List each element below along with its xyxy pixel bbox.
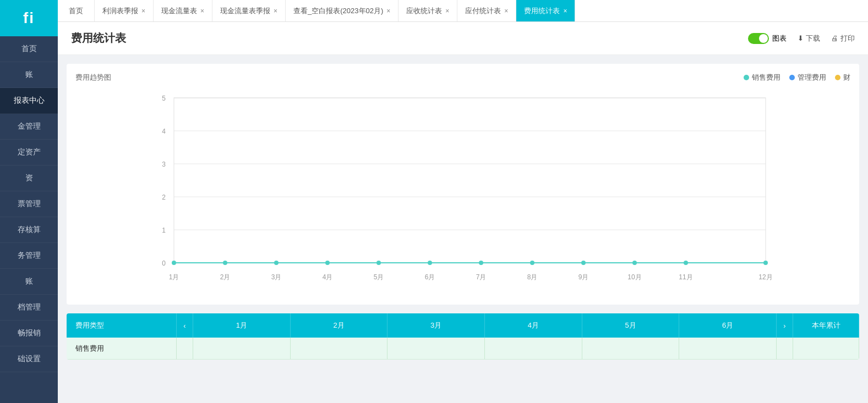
col-nav-prev[interactable]: ‹ <box>177 313 193 338</box>
sidebar-item-return[interactable]: 畅报销 <box>0 321 58 346</box>
print-icon: 🖨 <box>831 34 838 42</box>
svg-point-24 <box>763 261 768 265</box>
chart-title: 费用趋势图 <box>75 73 111 82</box>
chart-legend: 销售费用 管理费用 财 <box>744 73 850 82</box>
col-header-month1: 1月 <box>193 313 291 338</box>
svg-text:5月: 5月 <box>374 273 384 281</box>
col-header-month2: 2月 <box>291 313 388 338</box>
chart-section: 费用趋势图 销售费用 管理费用 财 <box>67 64 859 305</box>
content-area: 费用统计表 图表 ⬇ 下载 🖨 打印 费用趋势图 <box>58 22 868 403</box>
tab-home[interactable]: 首页 <box>58 0 95 21</box>
page-title: 费用统计表 <box>71 31 126 46</box>
legend-admin-label: 管理费用 <box>798 73 826 82</box>
sidebar-item-invoice-mgmt[interactable]: 票管理 <box>0 191 58 217</box>
legend-finance: 财 <box>835 73 850 82</box>
sidebar-item-file-mgmt[interactable]: 档管理 <box>0 295 58 321</box>
tab-expense-stats[interactable]: 费用统计表 × <box>516 0 575 21</box>
col-header-type: 费用类型 <box>67 313 177 338</box>
col-header-total: 本年累计 <box>793 313 859 338</box>
tab-payable[interactable]: 应付统计表 × <box>457 0 516 21</box>
svg-text:4月: 4月 <box>323 273 333 281</box>
sidebar-logo: fi <box>0 0 58 36</box>
row-sales-month3 <box>387 338 485 359</box>
legend-sales-dot <box>744 75 749 80</box>
svg-text:2月: 2月 <box>220 273 231 281</box>
svg-point-19 <box>479 261 483 265</box>
legend-sales: 销售费用 <box>744 73 780 82</box>
sidebar-item-home[interactable]: 首页 <box>0 36 58 62</box>
svg-text:6月: 6月 <box>425 273 435 281</box>
svg-text:5: 5 <box>162 95 166 102</box>
close-expense-stats[interactable]: × <box>563 7 567 15</box>
row-sales-type: 销售费用 <box>67 338 177 359</box>
close-cashflow-quarterly[interactable]: × <box>274 7 277 15</box>
close-cashflow[interactable]: × <box>200 7 204 15</box>
svg-point-23 <box>684 261 688 265</box>
download-icon: ⬇ <box>798 34 804 42</box>
row-sales-month5 <box>582 338 680 359</box>
sidebar-item-base-settings[interactable]: 础设置 <box>0 346 58 372</box>
table-row-sales: 销售费用 <box>67 338 859 360</box>
svg-text:3: 3 <box>162 161 166 168</box>
col-nav-next[interactable]: › <box>777 313 793 338</box>
sidebar-item-report-center[interactable]: 报表中心 <box>0 88 58 114</box>
row-sales-nav-prev <box>177 338 193 359</box>
col-header-month4: 4月 <box>485 313 582 338</box>
svg-text:7月: 7月 <box>476 273 487 281</box>
chart-container: 5 4 3 2 1 0 <box>75 87 850 296</box>
svg-text:1: 1 <box>162 227 166 234</box>
svg-point-14 <box>223 261 227 265</box>
svg-text:9月: 9月 <box>578 273 589 281</box>
col-header-month5: 5月 <box>582 313 680 338</box>
sidebar-item-account[interactable]: 账 <box>0 62 58 88</box>
legend-admin: 管理费用 <box>789 73 826 82</box>
tab-receivable[interactable]: 应收统计表 × <box>398 0 457 21</box>
svg-text:2: 2 <box>162 194 166 201</box>
table-header-row: 费用类型 ‹ 1月 2月 3月 4月 5月 <box>67 313 859 338</box>
svg-text:0: 0 <box>162 260 166 267</box>
legend-finance-label: 财 <box>843 73 850 82</box>
sidebar-item-ledger[interactable]: 账 <box>0 269 58 295</box>
close-receivable[interactable]: × <box>445 7 449 15</box>
header-actions: 图表 ⬇ 下载 🖨 打印 <box>748 33 855 44</box>
close-payable[interactable]: × <box>504 7 508 15</box>
tab-profit-quarterly[interactable]: 利润表季报 × <box>95 0 154 21</box>
svg-point-20 <box>530 261 534 265</box>
legend-admin-dot <box>789 75 795 80</box>
svg-text:3月: 3月 <box>271 273 282 281</box>
svg-text:10月: 10月 <box>627 273 641 281</box>
svg-point-15 <box>274 261 279 265</box>
row-sales-month1 <box>193 338 291 359</box>
tab-cashflow[interactable]: 现金流量表 × <box>154 0 212 21</box>
tab-blank-report[interactable]: 查看_空白报表(2023年02月) × <box>286 0 398 21</box>
main-area: 首页 利润表季报 × 现金流量表 × 现金流量表季报 × 查看_空白报表(202… <box>58 0 868 403</box>
sidebar-item-investment[interactable]: 资 <box>0 165 58 191</box>
row-sales-month4 <box>485 338 582 359</box>
row-sales-nav-next <box>777 338 793 359</box>
print-button[interactable]: 🖨 打印 <box>831 34 855 43</box>
chart-svg: 5 4 3 2 1 0 <box>75 87 850 296</box>
row-sales-total <box>793 338 859 359</box>
sidebar-item-service-mgmt[interactable]: 务管理 <box>0 243 58 269</box>
svg-text:11月: 11月 <box>679 273 692 281</box>
svg-text:4: 4 <box>162 128 166 135</box>
tab-cashflow-quarterly[interactable]: 现金流量表季报 × <box>212 0 286 21</box>
svg-point-22 <box>632 261 637 265</box>
svg-text:12月: 12月 <box>758 273 772 281</box>
svg-rect-12 <box>174 98 766 263</box>
col-header-month6: 6月 <box>679 313 777 338</box>
close-profit-quarterly[interactable]: × <box>141 7 145 15</box>
svg-point-17 <box>376 261 381 265</box>
svg-point-21 <box>581 261 586 265</box>
svg-point-16 <box>325 261 330 265</box>
sidebar: fi 首页 账 报表中心 金管理 定资产 资 票管理 存核算 务管理 账 档管理… <box>0 0 58 403</box>
svg-text:1月: 1月 <box>169 273 179 281</box>
sidebar-item-fund-mgmt[interactable]: 金管理 <box>0 114 58 140</box>
sidebar-item-inventory[interactable]: 存核算 <box>0 217 58 243</box>
download-button[interactable]: ⬇ 下载 <box>798 34 820 43</box>
sidebar-item-fixed-assets[interactable]: 定资产 <box>0 140 58 165</box>
chart-toggle[interactable] <box>748 33 769 44</box>
chart-header: 费用趋势图 销售费用 管理费用 财 <box>75 73 850 82</box>
chart-toggle-label: 图表 <box>772 34 787 43</box>
close-blank-report[interactable]: × <box>386 7 390 15</box>
